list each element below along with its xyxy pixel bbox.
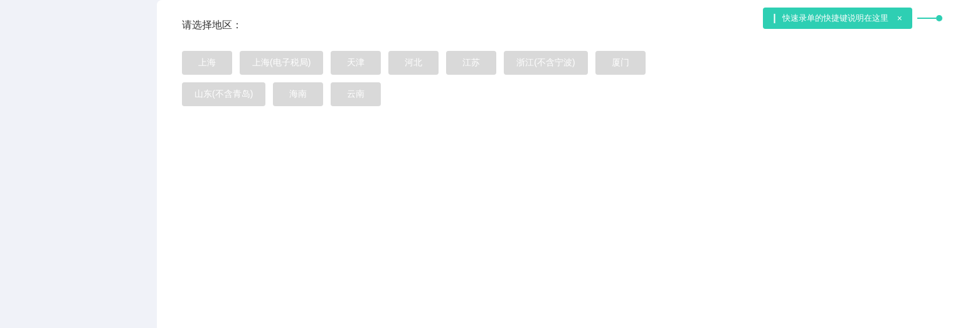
tooltip-close-button[interactable]: ×: [897, 13, 902, 23]
tooltip-text: 快速录单的快捷键说明在这里: [782, 13, 888, 24]
main-content: 请选择地区： 上海上海(电子税局)天津河北江苏浙江(不含宁波)厦门 山东(不含青…: [157, 0, 980, 328]
region-row-2: 山东(不含青岛)海南云南: [182, 82, 955, 106]
tooltip-line: [917, 18, 936, 19]
region-btn-shanghai-etax[interactable]: 上海(电子税局): [240, 51, 323, 75]
region-btn-xiamen[interactable]: 厦门: [595, 51, 646, 75]
region-btn-hainan[interactable]: 海南: [273, 82, 323, 106]
region-btn-yunnan[interactable]: 云南: [331, 82, 381, 106]
tooltip-container: 快速录单的快捷键说明在这里 ×: [763, 8, 942, 29]
region-btn-shandong[interactable]: 山东(不含青岛): [182, 82, 265, 106]
region-row-1: 上海上海(电子税局)天津河北江苏浙江(不含宁波)厦门: [182, 51, 955, 75]
region-btn-jiangsu[interactable]: 江苏: [446, 51, 496, 75]
tooltip-dot: [936, 15, 942, 21]
tooltip-badge: 快速录单的快捷键说明在这里 ×: [763, 8, 912, 29]
region-btn-tianjin[interactable]: 天津: [331, 51, 381, 75]
region-btn-hebei[interactable]: 河北: [388, 51, 439, 75]
region-btn-shanghai[interactable]: 上海: [182, 51, 232, 75]
left-sidebar: [0, 0, 157, 328]
region-btn-zhejiang[interactable]: 浙江(不含宁波): [504, 51, 587, 75]
